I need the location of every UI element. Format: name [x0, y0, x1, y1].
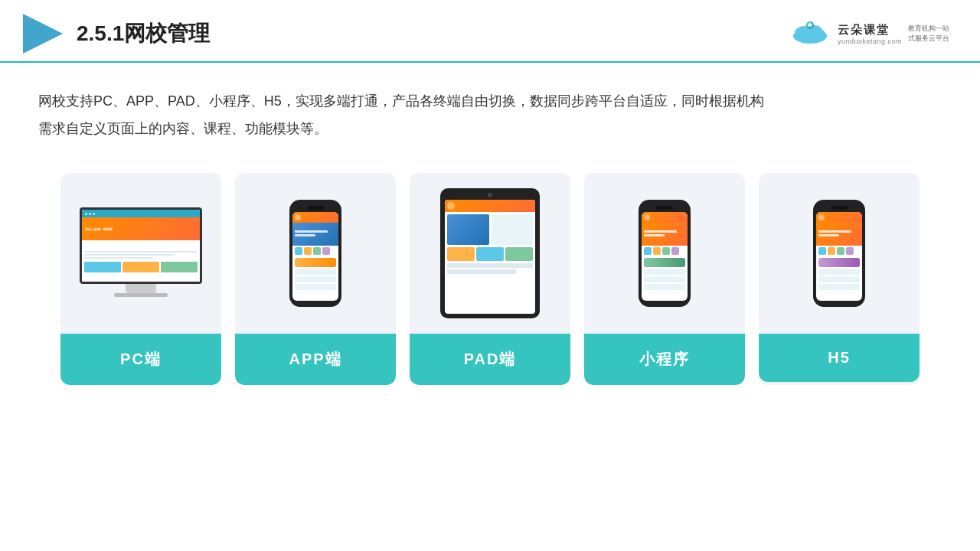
- logo-icon: [789, 19, 831, 48]
- page-title: 2.5.1网校管理: [77, 19, 210, 48]
- card-app: APP端: [235, 173, 396, 385]
- phone-mockup-h5: [813, 200, 865, 307]
- cards-container: 职达人的第一堂网课: [0, 158, 980, 400]
- svg-point-4: [813, 29, 825, 40]
- card-app-label: APP端: [235, 334, 396, 385]
- play-icon: [23, 14, 63, 54]
- monitor-mockup: 职达人的第一堂网课: [80, 207, 202, 299]
- card-miniprogram: 小程序: [584, 173, 745, 385]
- header-left: 2.5.1网校管理: [23, 14, 210, 54]
- header: 2.5.1网校管理 云朵课堂 yunduoketang.com 教育机构一站 式…: [0, 0, 980, 63]
- card-pc-image: 职达人的第一堂网课: [60, 173, 221, 334]
- phone-mockup-app: [289, 200, 341, 307]
- logo-tagline2: 式服务云平台: [908, 34, 949, 44]
- tablet-mockup: [440, 188, 540, 318]
- card-pc: 职达人的第一堂网课: [60, 173, 221, 385]
- card-h5-label: H5: [759, 334, 920, 382]
- card-pad-label: PAD端: [410, 334, 570, 385]
- logo-area: 云朵课堂 yunduoketang.com 教育机构一站 式服务云平台: [789, 19, 949, 48]
- logo-name: 云朵课堂: [838, 23, 902, 37]
- logo-url: yunduoketang.com: [838, 37, 902, 45]
- card-pad: PAD端: [410, 173, 570, 385]
- card-h5: H5: [759, 173, 920, 385]
- card-h5-image: [759, 173, 920, 334]
- card-pc-label: PC端: [60, 334, 221, 385]
- svg-marker-0: [23, 14, 63, 54]
- description-line2: 需求自定义页面上的内容、课程、功能模块等。: [38, 115, 804, 142]
- card-app-image: [235, 173, 396, 334]
- description: 网校支持PC、APP、PAD、小程序、H5，实现多端打通，产品各终端自由切换，数…: [0, 63, 842, 158]
- logo-tagline1: 教育机构一站: [908, 24, 949, 34]
- phone-mockup-mini: [639, 200, 691, 307]
- card-miniprogram-label: 小程序: [584, 334, 745, 385]
- description-line1: 网校支持PC、APP、PAD、小程序、H5，实现多端打通，产品各终端自由切换，数…: [38, 87, 804, 115]
- card-pad-image: [410, 173, 570, 334]
- card-miniprogram-image: [584, 173, 745, 334]
